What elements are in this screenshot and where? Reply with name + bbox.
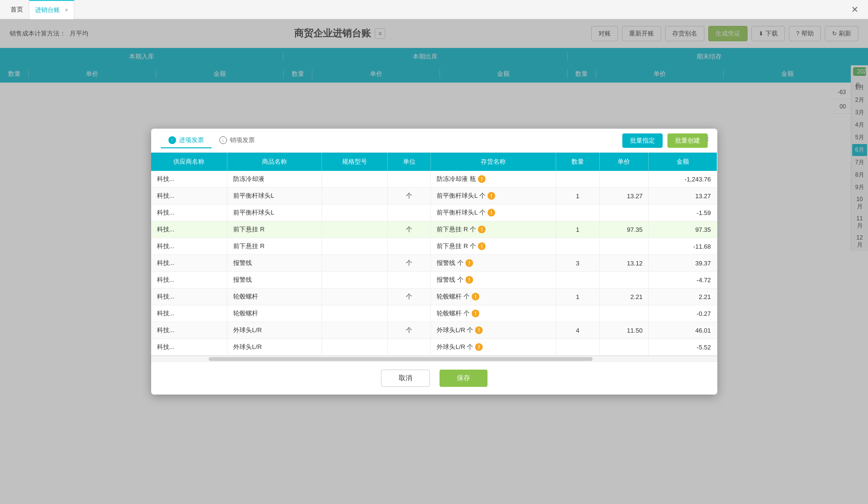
modal-footer: 取消 保存 <box>151 361 717 395</box>
warning-icon: ! <box>475 326 483 334</box>
table-row[interactable]: 科技... 报警线 报警线 个! -4.72 <box>151 272 717 288</box>
warning-icon: ! <box>472 310 479 317</box>
col-unit-price: 单价 <box>599 153 648 171</box>
modal-table: 供应商名称 商品名称 规格型号 单位 <box>151 153 717 361</box>
col-quantity: 数量 <box>556 153 599 171</box>
table-row[interactable]: 科技... 轮毂螺杆 个 轮毂螺杆 个! 1 2.21 2.21 <box>151 288 717 305</box>
table-row[interactable]: 科技... 报警线 个 报警线 个! 3 13.12 39.37 <box>151 255 717 272</box>
table-row[interactable]: 科技... 轮毂螺杆 轮毂螺杆 个! -0.27 <box>151 305 717 322</box>
warning-icon: ! <box>475 343 483 351</box>
batch-create-button[interactable]: 批量创建 <box>667 133 708 148</box>
scrollbar-thumb[interactable] <box>209 357 593 361</box>
table-row[interactable]: 科技... 前平衡杆球头L 前平衡杆球头L 个! -1.59 <box>151 204 717 221</box>
save-button[interactable]: 保存 <box>440 370 488 387</box>
warning-icon: ! <box>465 259 473 267</box>
modal-backdrop: ↑ 进项发票 ↓ 销项发票 批量指定 批量创建 <box>0 19 868 504</box>
col-goods-name: 商品名称 <box>227 153 321 171</box>
warning-icon: ! <box>488 209 495 216</box>
modal-tabs: ↑ 进项发票 ↓ 销项发票 <box>161 133 262 148</box>
col-amount: 金额 <box>649 153 717 171</box>
table-row[interactable]: 科技... 防冻冷却液 防冻冷却液 瓶! -1,243.76 <box>151 171 717 188</box>
col-unit: 单位 <box>387 153 431 171</box>
table-row[interactable]: 科技... 外球头L/R 外球头L/R 个! -5.52 <box>151 339 717 356</box>
warning-icon: ! <box>478 242 486 250</box>
top-bar: 首页 进销台账 × ✕ <box>0 0 868 19</box>
close-tab-icon[interactable]: × <box>65 0 68 20</box>
table-header-row: 供应商名称 商品名称 规格型号 单位 <box>151 153 717 171</box>
table-row[interactable]: 科技... 前下悬挂 R 个 前下悬挂 R 个! 1 97.35 97.35 <box>151 221 717 238</box>
inbound-invoice-icon: ↑ <box>168 136 176 144</box>
batch-assign-button[interactable]: 批量指定 <box>622 133 663 148</box>
col-spec: 规格型号 <box>321 153 387 171</box>
active-tab[interactable]: 进销台账 × <box>29 0 74 19</box>
warning-icon: ! <box>488 192 495 200</box>
warning-icon: ! <box>478 226 486 233</box>
modal-close-button[interactable]: × <box>704 134 710 144</box>
col-supplier: 供应商名称 <box>151 153 227 171</box>
modal-header-actions: 批量指定 批量创建 <box>622 133 708 148</box>
warning-icon: ! <box>465 276 473 284</box>
window-close-button[interactable]: ✕ <box>846 4 863 15</box>
modal-header: ↑ 进项发票 ↓ 销项发票 批量指定 批量创建 <box>151 129 717 153</box>
cancel-button[interactable]: 取消 <box>381 370 430 387</box>
horizontal-scrollbar[interactable] <box>151 356 717 361</box>
active-tab-label: 进销台账 <box>35 0 60 20</box>
main-content: 销售成本计算方法： 月平均 商贸企业进销台账 ≡ 对账 重新开账 存货别名 生成… <box>0 19 868 504</box>
warning-icon: ! <box>478 175 486 183</box>
col-stock-name: 存货名称 <box>431 153 556 171</box>
modal-dialog: ↑ 进项发票 ↓ 销项发票 批量指定 批量创建 <box>151 129 717 395</box>
home-tab[interactable]: 首页 <box>5 0 29 19</box>
table-row[interactable]: 科技... 前下悬挂 R 前下悬挂 R 个! -11.68 <box>151 238 717 255</box>
tab-inbound-invoice[interactable]: ↑ 进项发票 <box>161 133 212 148</box>
sales-invoice-icon: ↓ <box>219 136 227 144</box>
home-tab-label: 首页 <box>11 6 23 13</box>
table-row[interactable]: 科技... 前平衡杆球头L 个 前平衡杆球头L 个! 1 13.27 13.27 <box>151 188 717 204</box>
table-row[interactable]: 科技... 外球头L/R 个 外球头L/R 个! 4 11.50 46.01 <box>151 322 717 339</box>
warning-icon: ! <box>472 293 479 300</box>
tab-sales-invoice[interactable]: ↓ 销项发票 <box>212 133 262 148</box>
